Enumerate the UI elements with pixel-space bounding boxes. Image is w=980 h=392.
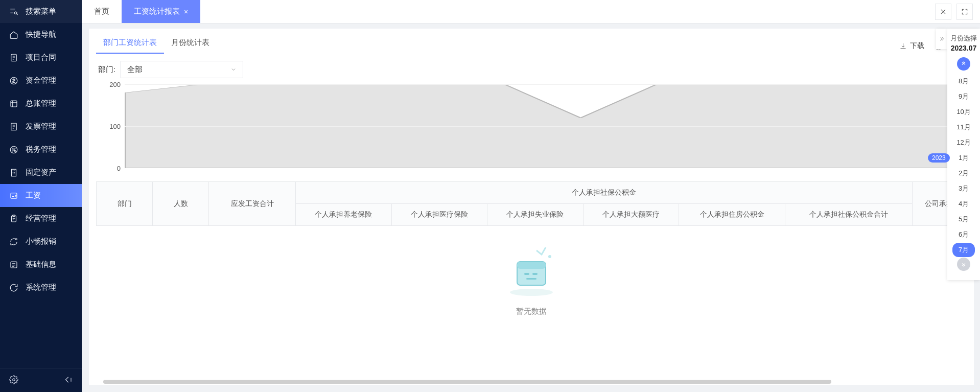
month-option[interactable]: 12月: [952, 135, 975, 150]
sidebar-item-assets[interactable]: 固定资产: [0, 161, 82, 184]
inner-tab-0[interactable]: 部门工资统计表: [96, 34, 164, 54]
month-next-button[interactable]: [957, 258, 970, 271]
ledger-icon: [9, 99, 18, 108]
sidebar-item-label: 税务管理: [26, 145, 56, 154]
sidebar-item-system[interactable]: 系统管理: [0, 276, 82, 299]
list-icon: [9, 260, 18, 269]
svg-rect-18: [524, 273, 529, 275]
sidebar-item-ledger[interactable]: 总账管理: [0, 92, 82, 115]
chart-zone: 0100200: [89, 81, 974, 181]
tab-0[interactable]: 首页: [82, 0, 122, 23]
sidebar-item-label: 发票管理: [26, 122, 56, 131]
sidebar-item-label: 资金管理: [26, 76, 56, 85]
empty-illustration-icon: [501, 241, 562, 297]
month-option[interactable]: 1月: [952, 151, 975, 165]
month-option[interactable]: 6月: [952, 227, 975, 242]
month-option[interactable]: 5月: [952, 212, 975, 226]
col-group-header: 个人承担社保公积金: [296, 182, 913, 204]
month-option[interactable]: 11月: [952, 120, 975, 134]
fullscreen-button[interactable]: [956, 4, 973, 20]
percent-icon: [9, 145, 18, 154]
sidebar: 搜索菜单快捷导航项目合同资金管理总账管理发票管理税务管理固定资产工资经营管理小畅…: [0, 0, 82, 392]
dept-filter-label: 部门:: [98, 65, 115, 75]
sidebar-footer: [0, 368, 82, 392]
sidebar-item-label: 搜索菜单: [26, 7, 56, 16]
download-icon: [899, 42, 907, 50]
inner-tab-1[interactable]: 月份统计表: [164, 34, 217, 54]
dept-select[interactable]: 全部: [121, 61, 243, 78]
month-panel-toggle[interactable]: [936, 29, 947, 49]
receipt-icon: [9, 122, 18, 131]
horizontal-scrollbar[interactable]: [103, 379, 960, 385]
svg-rect-19: [532, 273, 538, 275]
loop-icon: [9, 283, 18, 292]
month-option[interactable]: 10月: [952, 105, 975, 119]
month-option[interactable]: 9月: [952, 89, 975, 104]
chevron-right-double-icon: [939, 36, 945, 42]
sidebar-item-reimburse[interactable]: 小畅报销: [0, 230, 82, 253]
collapse-sidebar-icon[interactable]: [63, 375, 73, 386]
tab-1[interactable]: 工资统计报表×: [122, 0, 200, 23]
sidebar-item-operations[interactable]: 经营管理: [0, 207, 82, 230]
sidebar-item-contracts[interactable]: 项目合同: [0, 46, 82, 69]
sidebar-item-tax[interactable]: 税务管理: [0, 138, 82, 161]
table-scroll[interactable]: 部门人数应发工资合计个人承担社保公积金公司承担个人承担养老保险个人承担医疗保险个…: [96, 181, 967, 226]
chevron-down-icon: [230, 66, 237, 73]
month-option[interactable]: 8月: [952, 74, 975, 88]
sidebar-item-salary[interactable]: 工资: [0, 184, 82, 207]
svg-rect-17: [517, 262, 546, 269]
download-button[interactable]: 下载: [899, 41, 924, 51]
sidebar-item-label: 总账管理: [26, 99, 56, 108]
month-picker-year-tag: 2023: [928, 153, 950, 163]
svg-rect-9: [11, 193, 17, 198]
chevron-up-double-icon: [961, 61, 967, 67]
download-label: 下载: [910, 41, 924, 51]
col-subheader: 个人承担养老保险: [296, 204, 392, 226]
col-subheader: 个人承担社保公积金合计: [785, 204, 913, 226]
sidebar-items: 搜索菜单快捷导航项目合同资金管理总账管理发票管理税务管理固定资产工资经营管理小畅…: [0, 0, 82, 368]
sidebar-item-label: 固定资产: [26, 168, 56, 177]
col-header: 人数: [153, 182, 209, 226]
svg-point-0: [15, 12, 17, 14]
month-picker-panel: 月份选择 2023.07 8月9月10月11月12月1月2月3月4月5月6月7月…: [947, 29, 980, 280]
svg-rect-20: [526, 278, 536, 280]
svg-rect-3: [11, 101, 17, 107]
month-prev-button[interactable]: [957, 57, 970, 71]
sidebar-item-search-menu[interactable]: 搜索菜单: [0, 0, 82, 23]
sidebar-item-label: 小畅报销: [26, 237, 56, 246]
sidebar-item-quick-nav[interactable]: 快捷导航: [0, 23, 82, 46]
sidebar-item-label: 基础信息: [26, 260, 56, 269]
col-subheader: 个人承担住房公积金: [679, 204, 785, 226]
month-option[interactable]: 2月: [952, 166, 975, 180]
chart-ytick: 100: [109, 123, 121, 130]
col-subheader: 个人承担大额医疗: [583, 204, 679, 226]
doc-icon: [9, 53, 18, 62]
month-option[interactable]: 3月: [952, 181, 975, 196]
salary-table: 部门人数应发工资合计个人承担社保公积金公司承担个人承担养老保险个人承担医疗保险个…: [96, 181, 967, 226]
filter-row: 部门: 全部: [89, 54, 974, 81]
home-icon: [9, 30, 18, 39]
col-header: 部门: [97, 182, 153, 226]
month-option[interactable]: 4月: [952, 197, 975, 211]
svg-point-7: [14, 150, 15, 151]
chart-ytick: 0: [117, 165, 121, 172]
month-option[interactable]: 7月: [952, 243, 975, 257]
salary-icon: [9, 191, 18, 200]
sidebar-item-label: 快捷导航: [26, 30, 56, 39]
col-subheader: 个人承担失业保险: [487, 204, 584, 226]
month-picker-title: 月份选择: [950, 34, 977, 43]
sidebar-item-label: 工资: [26, 191, 41, 200]
col-subheader: 个人承担医疗保险: [391, 204, 487, 226]
svg-point-14: [13, 379, 15, 381]
svg-point-6: [12, 148, 13, 149]
close-all-tabs-button[interactable]: [935, 4, 951, 20]
sidebar-item-funds[interactable]: 资金管理: [0, 69, 82, 92]
tabs-right-controls: [935, 0, 980, 23]
sidebar-item-invoice[interactable]: 发票管理: [0, 115, 82, 138]
building-icon: [9, 168, 18, 177]
tab-close-icon[interactable]: ×: [184, 8, 188, 15]
sidebar-item-basicinfo[interactable]: 基础信息: [0, 253, 82, 276]
svg-rect-8: [12, 169, 16, 176]
settings-icon[interactable]: [9, 375, 18, 386]
main: 首页工资统计报表× 部门工资统计表月份统计表 下载: [82, 0, 980, 392]
